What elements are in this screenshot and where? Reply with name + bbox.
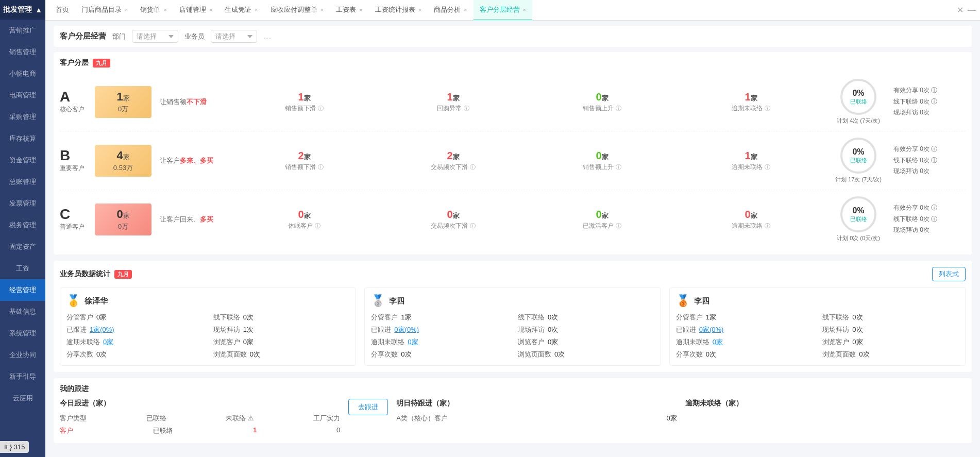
tier-contact-B: 0% 已联络 计划 17次 (7天/次) xyxy=(827,138,889,183)
tab-close-生成凭证[interactable]: × xyxy=(255,7,258,13)
tab-销货单[interactable]: 销货单× xyxy=(134,0,173,21)
staff-stat-value[interactable]: 0家 xyxy=(408,337,418,347)
staff-stat-value: 1家 xyxy=(706,313,716,322)
tab-店铺管理[interactable]: 店铺管理× xyxy=(173,0,218,21)
staff-stat-row: 逾期未联络0家 xyxy=(66,337,203,347)
sidebar-item-营销推广[interactable]: 营销推广 xyxy=(0,20,45,41)
sidebar-item-小畅电商[interactable]: 小畅电商 xyxy=(0,63,45,84)
tier-count-C: 0家0万 xyxy=(95,204,151,235)
staff-stat-row: 现场拜访0次 xyxy=(822,325,959,334)
tab-工资统计报表[interactable]: 工资统计报表× xyxy=(369,0,428,21)
page-title: 客户分层经营 xyxy=(60,31,106,41)
sidebar-toggle-icon[interactable]: ▲ xyxy=(35,6,42,14)
dept-select[interactable]: 请选择 xyxy=(132,30,178,43)
close-window-icon[interactable]: ✕ xyxy=(957,5,964,15)
staff-stat-value: 0家 xyxy=(243,337,254,347)
staff-stat-value[interactable]: 0家(0%) xyxy=(394,325,419,334)
staff-stat-label: 分享次数 xyxy=(66,350,93,359)
sidebar-item-总账管理[interactable]: 总账管理 xyxy=(0,171,45,193)
tier-row-B: B重要客户4家0.53万让客户多来、多买2家销售额下滑 ⓘ2家交易频次下滑 ⓘ0… xyxy=(60,131,966,190)
tab-工资表[interactable]: 工资表× xyxy=(330,0,368,21)
staff-select[interactable]: 请选择 xyxy=(211,30,257,43)
tab-门店商品目录[interactable]: 门店商品目录× xyxy=(75,0,134,21)
followup-today-col: 今日跟进（家） 客户类型已联络未联络 ⚠工厂实力 客户已联络10 xyxy=(60,399,340,437)
staff-stat-value: 0次 xyxy=(852,325,863,334)
staff-stat-label: 浏览页面数 xyxy=(213,350,247,359)
tab-生成凭证[interactable]: 生成凭证× xyxy=(218,0,264,21)
sidebar: 批发管理 ▲ 营销推广销售管理小畅电商电商管理采购管理库存核算资金管理总账管理发… xyxy=(0,0,45,457)
tab-close-工资统计报表[interactable]: × xyxy=(418,7,421,13)
page-content: 客户分层经营 部门 请选择 业务员 请选择 ... 客户分层 九月 A核心客户1… xyxy=(45,21,980,457)
sidebar-item-发票管理[interactable]: 发票管理 xyxy=(0,193,45,214)
staff-card-李四: 🥉李四分管客户1家线下联络0次已跟进0家(0%)现场拜访0次逾期未联络0家浏览客… xyxy=(669,287,966,366)
staff-stat-value: 0次 xyxy=(243,313,254,322)
sidebar-item-新手引导[interactable]: 新手引导 xyxy=(0,366,45,387)
go-followup-button[interactable]: 去跟进 xyxy=(348,399,388,415)
tab-close-门店商品目录[interactable]: × xyxy=(125,7,128,13)
tier-contact-A: 0% 已联络 计划 4次 (7天/次) xyxy=(827,79,889,125)
list-view-button[interactable]: 列表式 xyxy=(932,267,966,281)
tab-商品分析[interactable]: 商品分析× xyxy=(428,0,473,21)
sidebar-item-电商管理[interactable]: 电商管理 xyxy=(0,84,45,106)
staff-stat-value[interactable]: 0家(0%) xyxy=(699,325,724,334)
tab-首页[interactable]: 首页 xyxy=(49,0,75,21)
staff-stat-label: 逾期未联络 xyxy=(66,337,100,347)
staff-label: 业务员 xyxy=(184,32,205,41)
staff-section-header: 业务员数据统计 九月 列表式 xyxy=(60,267,966,281)
staff-stat-row: 已跟进1家(0%) xyxy=(66,325,203,334)
sidebar-item-采购管理[interactable]: 采购管理 xyxy=(0,106,45,128)
sidebar-item-企业协同[interactable]: 企业协同 xyxy=(0,344,45,366)
staff-stat-value: 1次 xyxy=(243,325,254,334)
stat-交易频次下滑: 0家交易频次下滑 ⓘ xyxy=(381,206,526,233)
tab-close-工资表[interactable]: × xyxy=(359,7,362,13)
sidebar-item-系统管理[interactable]: 系统管理 xyxy=(0,323,45,344)
stat-休眠客户: 0家休眠客户 ⓘ xyxy=(232,206,377,233)
sidebar-item-基础信息[interactable]: 基础信息 xyxy=(0,301,45,323)
tab-close-销货单[interactable]: × xyxy=(163,7,166,13)
tab-close-店铺管理[interactable]: × xyxy=(209,7,212,13)
followup-section-header: 我的跟进 xyxy=(60,384,966,394)
staff-header-李四: 🥈李四 xyxy=(371,294,654,308)
sidebar-item-销售管理[interactable]: 销售管理 xyxy=(0,41,45,63)
staff-stat-value[interactable]: 1家(0%) xyxy=(90,325,114,334)
staff-stat-row: 浏览页面数0次 xyxy=(518,350,654,359)
staff-header-徐泽华: 🥇徐泽华 xyxy=(66,294,349,308)
sidebar-header[interactable]: 批发管理 ▲ xyxy=(0,0,45,20)
staff-stats-section: 业务员数据统计 九月 列表式 🥇徐泽华分管客户0家线下联络0次已跟进1家(0%)… xyxy=(54,261,972,372)
staff-stat-value: 0次 xyxy=(96,350,107,359)
tier-section-header: 客户分层 九月 xyxy=(60,58,966,67)
stat-逾期未联络: 1家逾期未联络 ⓘ xyxy=(679,88,823,116)
more-options[interactable]: ... xyxy=(263,32,272,40)
tab-close-商品分析[interactable]: × xyxy=(464,7,467,13)
staff-stat-label: 已跟进 xyxy=(66,325,87,334)
tab-close-应收应付调整单[interactable]: × xyxy=(320,7,324,13)
bottom-text: It } 315 xyxy=(0,441,29,453)
staff-stat-value[interactable]: 0家 xyxy=(103,337,113,347)
sidebar-item-固定资产[interactable]: 固定资产 xyxy=(0,236,45,258)
tab-close-客户分层经营[interactable]: × xyxy=(523,7,526,13)
sidebar-item-税务管理[interactable]: 税务管理 xyxy=(0,214,45,236)
tier-suggestion-C: 让客户回来、多买 xyxy=(156,215,228,224)
sidebar-item-资金管理[interactable]: 资金管理 xyxy=(0,149,45,171)
staff-stat-value[interactable]: 0家 xyxy=(713,337,723,347)
staff-stat-label: 浏览客户 xyxy=(213,337,240,347)
staff-stats-grid徐泽华: 分管客户0家线下联络0次已跟进1家(0%)现场拜访1次逾期未联络0家浏览客户0家… xyxy=(66,313,349,359)
sidebar-item-工资[interactable]: 工资 xyxy=(0,258,45,279)
staff-stat-label: 浏览页面数 xyxy=(518,350,551,359)
sidebar-item-经营管理[interactable]: 经营管理 xyxy=(0,279,45,301)
followup-section: 我的跟进 今日跟进（家） 客户类型已联络未联络 ⚠工厂实力 客户已联络10 去跟… xyxy=(54,378,972,443)
staff-stat-row: 逾期未联络0家 xyxy=(676,337,813,347)
tab-应收应付调整单[interactable]: 应收应付调整单× xyxy=(264,0,330,21)
staff-stat-label: 已跟进 xyxy=(371,325,391,334)
stat-回购异常: 1家回购异常 ⓘ xyxy=(381,88,526,116)
staff-stat-value: 0家 xyxy=(548,337,558,347)
tier-count-A: 1家0万 xyxy=(95,86,151,118)
sidebar-item-云应用[interactable]: 云应用 xyxy=(0,387,45,409)
minimize-icon[interactable]: — xyxy=(968,6,976,15)
staff-stat-value: 0家 xyxy=(852,337,863,347)
staff-stats-grid李四: 分管客户1家线下联络0次已跟进0家(0%)现场拜访0次逾期未联络0家浏览客户0家… xyxy=(371,313,654,359)
staff-medal: 🥈 xyxy=(371,294,385,308)
staff-stat-row: 现场拜访0次 xyxy=(518,325,654,334)
sidebar-item-库存核算[interactable]: 库存核算 xyxy=(0,128,45,149)
tab-客户分层经营[interactable]: 客户分层经营× xyxy=(474,0,532,21)
